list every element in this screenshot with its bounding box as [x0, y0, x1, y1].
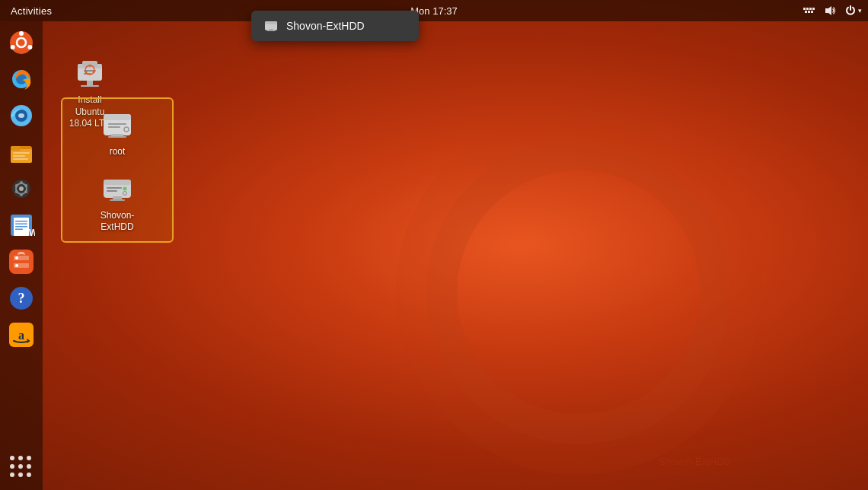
svg-point-44	[15, 264, 18, 267]
svg-rect-23	[13, 158, 28, 160]
install-ubuntu-image	[72, 55, 108, 91]
network-icon[interactable]	[802, 4, 815, 18]
grid-dot	[27, 456, 31, 460]
writer-icon: W	[8, 212, 35, 239]
launcher-help[interactable]: ?	[5, 282, 38, 315]
svg-point-58	[93, 71, 95, 73]
svg-rect-76	[265, 21, 277, 24]
svg-point-28	[24, 184, 27, 187]
grid-dot	[27, 473, 31, 477]
svg-rect-4	[805, 11, 807, 13]
svg-rect-37	[15, 226, 27, 228]
svg-point-27	[20, 181, 23, 184]
svg-rect-77	[269, 29, 273, 30]
svg-point-10	[19, 31, 24, 36]
svg-point-73	[123, 186, 127, 190]
power-menu[interactable]: ▾	[844, 5, 862, 17]
privacy-icon	[8, 175, 35, 202]
svg-rect-70	[110, 199, 125, 201]
svg-rect-1	[806, 8, 809, 10]
root-drive-icon[interactable]: root	[67, 103, 168, 161]
launcher-privacy[interactable]	[5, 172, 38, 205]
svg-text:a: a	[18, 329, 24, 342]
grid-dot	[18, 473, 23, 477]
desktop-icons-area: InstallUbuntu18.04 LTS	[43, 21, 868, 490]
shovon-exthdd-tooltip: Shovon-ExtHDD	[251, 11, 419, 41]
svg-rect-68	[104, 180, 131, 185]
firefox-icon	[8, 65, 35, 93]
svg-text:?: ?	[18, 291, 25, 306]
svg-rect-71	[107, 187, 122, 189]
launcher-writer[interactable]: W	[5, 208, 38, 242]
svg-rect-78	[267, 30, 275, 31]
app-grid-icon	[8, 453, 35, 481]
svg-rect-20	[11, 146, 21, 151]
launcher-files[interactable]	[5, 135, 38, 169]
grid-dot	[10, 473, 14, 477]
svg-point-17	[18, 113, 24, 118]
svg-rect-64	[108, 123, 126, 125]
svg-rect-36	[15, 224, 27, 225]
svg-point-32	[15, 184, 18, 187]
svg-point-11	[27, 45, 32, 49]
svg-rect-52	[87, 81, 93, 85]
power-chevron: ▾	[858, 7, 862, 14]
root-drive-image	[99, 107, 136, 143]
svg-rect-63	[108, 136, 126, 138]
svg-point-30	[20, 193, 23, 196]
svg-point-26	[19, 186, 24, 191]
shovon-exthdd-label: Shovon-ExtHDD	[101, 210, 135, 234]
svg-rect-72	[107, 190, 117, 192]
svg-rect-53	[81, 85, 99, 87]
software-icon	[8, 248, 35, 275]
panel-right: ▾	[802, 4, 862, 18]
tooltip-label: Shovon-ExtHDD	[286, 20, 365, 32]
svg-point-31	[15, 190, 18, 193]
grid-dot	[18, 464, 23, 469]
launcher-software[interactable]	[5, 245, 38, 278]
launcher-thunderbird[interactable]	[5, 99, 38, 132]
svg-marker-7	[825, 6, 831, 15]
top-panel: Activities Mon 17:37	[0, 0, 868, 21]
launcher-ubuntu[interactable]	[5, 26, 38, 59]
svg-rect-2	[809, 8, 812, 10]
svg-point-57	[89, 65, 91, 67]
grid-dot	[10, 464, 14, 469]
files-icon	[8, 138, 35, 166]
help-icon: ?	[8, 285, 35, 312]
svg-point-12	[11, 45, 15, 49]
amazon-icon: a	[8, 321, 35, 348]
grid-dot	[27, 464, 31, 469]
svg-text:W: W	[29, 228, 35, 238]
svg-rect-0	[803, 8, 806, 10]
tooltip-drive-icon	[263, 18, 279, 33]
activities-button[interactable]: Activities	[6, 4, 56, 18]
launcher-amazon[interactable]: a	[5, 318, 38, 352]
shovon-exthdd-icon[interactable]: Shovon-ExtHDD	[67, 167, 168, 237]
grid-dot	[18, 456, 23, 460]
svg-rect-65	[108, 126, 120, 128]
svg-rect-61	[104, 114, 131, 120]
shovon-exthdd-image	[99, 170, 136, 207]
svg-point-42	[15, 256, 18, 259]
root-drive-label: root	[110, 146, 126, 158]
launcher: W ?	[0, 21, 43, 490]
svg-point-59	[85, 71, 88, 73]
svg-rect-21	[13, 152, 30, 154]
svg-rect-38	[15, 229, 23, 231]
panel-left: Activities	[6, 4, 56, 18]
thunderbird-icon	[8, 102, 35, 129]
svg-rect-22	[13, 155, 25, 157]
svg-rect-6	[811, 11, 813, 13]
volume-icon[interactable]	[823, 4, 837, 18]
svg-point-29	[24, 190, 27, 193]
svg-rect-3	[812, 8, 815, 10]
launcher-firefox[interactable]	[5, 62, 38, 96]
svg-rect-35	[15, 221, 27, 222]
grid-dots	[10, 456, 33, 479]
ubuntu-logo-icon	[8, 29, 35, 56]
desktop: Activities Mon 17:37	[0, 0, 868, 490]
svg-rect-5	[808, 11, 810, 13]
selected-icon-group: root	[61, 97, 174, 243]
show-applications-button[interactable]	[5, 450, 38, 484]
